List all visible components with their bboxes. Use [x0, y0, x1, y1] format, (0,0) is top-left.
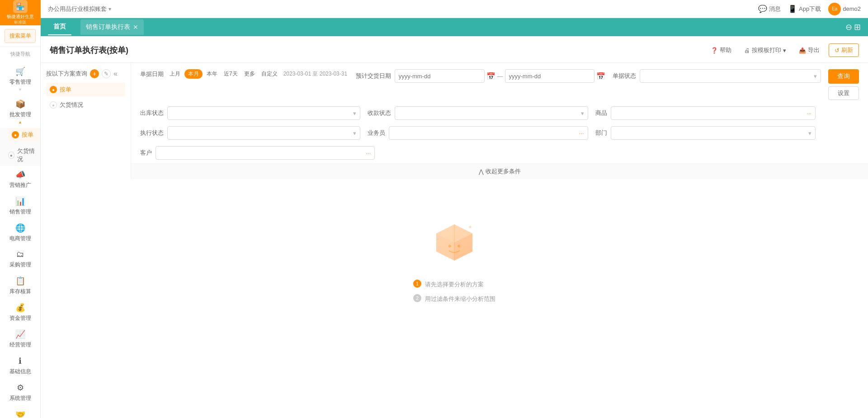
sidebar-item-label-marketing: 营销推广: [9, 181, 31, 189]
enterprise-icon: 🤝: [15, 409, 25, 418]
date-tab-7days[interactable]: 近7天: [222, 69, 240, 79]
filter-scheme-label: 按以下方案查询: [46, 70, 87, 78]
sidebar-item-label-basic: 基础信息: [9, 368, 31, 375]
finance-icon: 💰: [15, 303, 25, 313]
help-button[interactable]: ❓ 帮助: [707, 44, 735, 56]
shipment-status-select[interactable]: ▾: [167, 106, 360, 120]
filter-row-2: 出库状态 ▾ 收款状态 ▾ 商品: [140, 106, 859, 120]
date-label: 单据日期: [140, 70, 164, 78]
sidebar-sub-debt[interactable]: ● 欠货情况: [5, 144, 40, 166]
date-tab-custom[interactable]: 自定义: [259, 69, 280, 79]
collapse-left-button[interactable]: «: [113, 70, 118, 78]
tip-text-1: 请先选择要分析的方案: [425, 279, 484, 290]
app-download-button[interactable]: 📱 App下载: [788, 5, 821, 13]
refresh-button[interactable]: ↺ 刷新: [829, 43, 859, 57]
topbar-chevron[interactable]: ▾: [108, 6, 111, 12]
print-button[interactable]: 🖨 按模板打印 ▾: [741, 44, 790, 56]
query-button[interactable]: 查询: [828, 69, 859, 84]
filter-field-payment: 收款状态 ▾: [368, 106, 588, 120]
sidebar-item-label-retail: 零售管理: [9, 78, 31, 86]
sidebar-item-inventory[interactable]: 📋 库存核算: [0, 272, 40, 299]
salesperson-select[interactable]: ···: [389, 126, 588, 140]
payment-label: 收款状态: [368, 109, 391, 117]
refresh-icon: ↺: [835, 47, 840, 54]
execution-label: 执行状态: [140, 129, 164, 137]
sidebar-item-system[interactable]: ⚙ 系统管理: [0, 379, 40, 406]
sidebar: 🏪 畅捷通好生意 标准版 搜索菜单 快捷导航 🛒 零售管理 ▾ 📦 批发管理 ▴…: [0, 0, 41, 418]
sidebar-item-operation[interactable]: 📈 经营管理: [0, 326, 40, 352]
dept-select[interactable]: ▾: [611, 126, 816, 140]
tip-text-2: 用过滤条件来缩小分析范围: [425, 293, 495, 305]
filter-scheme-panel: 按以下方案查询 + ✎ « ● 按单 ● 欠货情况: [41, 63, 131, 179]
date-range-display: 2023-03-01 至 2023-03-31: [283, 70, 347, 78]
delivery-date-range: 📅 — 📅: [395, 69, 606, 83]
sidebar-item-label-wholesale: 批发管理: [9, 111, 31, 119]
sidebar-item-ecom[interactable]: 🌐 电商管理: [0, 219, 40, 246]
shipment-label: 出库状态: [140, 109, 164, 117]
sidebar-item-marketing[interactable]: 📣 营销推广: [0, 166, 40, 193]
add-scheme-button[interactable]: +: [90, 69, 99, 78]
print-arrow: ▾: [783, 47, 786, 54]
export-button[interactable]: 📤 导出: [795, 44, 823, 56]
tab-home[interactable]: 首页: [48, 19, 71, 35]
execution-status-select[interactable]: ▾: [167, 126, 360, 140]
ecom-icon: 🌐: [15, 223, 25, 233]
sidebar-item-label-ecom: 电商管理: [9, 235, 31, 242]
sidebar-item-sales[interactable]: 📊 销售管理: [0, 193, 40, 219]
sidebar-item-basic[interactable]: ℹ 基础信息: [0, 352, 40, 379]
scheme-item-debt[interactable]: ● 欠货情况: [46, 98, 125, 112]
filter-field-date: 单据日期 上月 本月 本年 近7天 更多 自定义 2023-03-01 至 20…: [140, 69, 349, 79]
sidebar-item-retail[interactable]: 🛒 零售管理 ▾: [0, 63, 40, 95]
maximize-button[interactable]: ⊞: [854, 22, 861, 32]
sidebar-sub-order[interactable]: ● 按单: [8, 128, 40, 142]
topbar-title-text: 办公用品行业模拟账套: [48, 5, 107, 13]
scheme-debt-icon: ●: [50, 101, 57, 109]
minimize-button[interactable]: ⊖: [845, 22, 852, 32]
date-tab-more[interactable]: 更多: [242, 69, 257, 79]
tab-sales-order[interactable]: 销售订单执行表 ✕: [80, 19, 144, 35]
sidebar-item-label-system: 系统管理: [9, 394, 31, 402]
refresh-label: 刷新: [841, 46, 853, 54]
filter-field-shipment: 出库状态 ▾: [140, 106, 360, 120]
collapse-label: 收起更多条件: [486, 167, 521, 176]
operation-icon: 📈: [15, 329, 25, 339]
scheme-item-order[interactable]: ● 按单: [46, 83, 125, 96]
dept-chevron: ▾: [808, 130, 811, 137]
order-active-icon: ●: [12, 131, 19, 138]
message-button[interactable]: 💬 消息: [758, 5, 781, 13]
empty-illustration: ✦ ✦: [427, 215, 481, 270]
date-tab-prev-month[interactable]: 上月: [167, 69, 183, 79]
payment-status-select[interactable]: ▾: [395, 106, 588, 120]
sidebar-item-enterprise[interactable]: 🤝 企业协同: [0, 406, 40, 418]
product-select[interactable]: ···: [611, 106, 816, 120]
sidebar-item-purchase[interactable]: 🗂 采购管理: [0, 246, 40, 272]
empty-tip-2: 2 用过滤条件来缩小分析范围: [413, 293, 495, 305]
date-tab-this-month[interactable]: 本月: [184, 69, 203, 79]
sidebar-item-wholesale[interactable]: 📦 批发管理 ▴: [0, 95, 40, 128]
sidebar-item-label-operation: 经营管理: [9, 341, 31, 349]
user-profile[interactable]: Ea demo2: [828, 3, 861, 15]
execution-chevron: ▾: [353, 130, 356, 137]
settings-button[interactable]: 设置: [828, 86, 859, 100]
filter-fields-panel: 单据日期 上月 本月 本年 近7天 更多 自定义 2023-03-01 至 20…: [131, 63, 868, 179]
delivery-date-end[interactable]: [505, 69, 595, 83]
filter-field-dept: 部门 ▾: [595, 126, 816, 140]
search-menu-button[interactable]: 搜索菜单: [5, 29, 36, 43]
scheme-debt-label: 欠货情况: [60, 101, 83, 109]
export-label: 导出: [808, 46, 820, 54]
delivery-date-start[interactable]: [395, 69, 485, 83]
customer-select[interactable]: ···: [156, 146, 375, 160]
tab-sales-order-close[interactable]: ✕: [133, 24, 138, 31]
wholesale-arrow: ▴: [19, 119, 21, 124]
order-status-select[interactable]: ▾: [640, 69, 821, 83]
date-tab-this-year[interactable]: 本年: [204, 69, 220, 79]
collapse-filter-bar[interactable]: ⋀ 收起更多条件: [131, 163, 868, 179]
edit-scheme-button[interactable]: ✎: [102, 69, 111, 78]
salesperson-label: 业务员: [368, 129, 385, 137]
filter-field-customer: 客户 ···: [140, 146, 375, 160]
sidebar-item-finance[interactable]: 💰 资金管理: [0, 299, 40, 326]
svg-text:✦: ✦: [436, 237, 439, 241]
retail-arrow: ▾: [19, 87, 21, 92]
help-icon: ❓: [711, 47, 718, 54]
message-icon: 💬: [758, 5, 767, 13]
